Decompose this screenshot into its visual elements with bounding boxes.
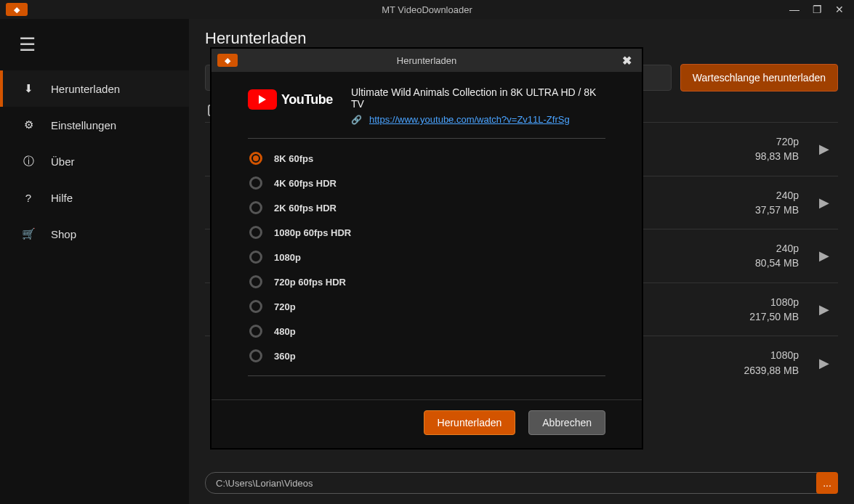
app-titlebar: ◆ MT VideoDownloader — ❐ ✕ xyxy=(0,0,854,19)
app-logo-icon: ◆ xyxy=(6,3,28,16)
radio-icon xyxy=(249,152,262,165)
modal-title: Herunterladen xyxy=(212,55,642,66)
download-modal: ◆ Herunterladen ✖ YouTube Ultimate Wild … xyxy=(211,48,642,449)
info-icon: ⓘ xyxy=(22,155,35,168)
sidebar-item-label: Shop xyxy=(51,228,76,240)
quality-label: 360p xyxy=(274,351,296,362)
maximize-button[interactable]: ❐ xyxy=(813,4,822,15)
page-title: Herunterladen xyxy=(205,29,838,48)
radio-icon xyxy=(249,275,262,288)
quality-options: 8K 60fps 4K 60fps HDR 2K 60fps HDR 1080p… xyxy=(248,152,605,362)
sidebar-item-help[interactable]: ? Hilfe xyxy=(0,180,189,216)
quality-label: 1080p xyxy=(274,252,301,263)
modal-logo-icon: ◆ xyxy=(217,54,238,67)
radio-icon xyxy=(249,226,262,239)
video-title: Ultimate Wild Animals Collection in 8K U… xyxy=(351,86,605,110)
browse-button[interactable]: ... xyxy=(816,472,838,494)
quality-label: 4K 60fps HDR xyxy=(274,178,337,189)
radio-icon xyxy=(249,325,262,338)
cancel-button[interactable]: Abbrechen xyxy=(528,410,605,435)
play-icon[interactable]: ▶ xyxy=(815,195,834,211)
radio-icon xyxy=(249,201,262,214)
gear-icon: ⚙ xyxy=(22,118,35,131)
radio-icon xyxy=(249,349,262,362)
source-name: YouTube xyxy=(281,92,333,107)
play-icon[interactable]: ▶ xyxy=(815,141,834,157)
play-icon[interactable]: ▶ xyxy=(815,301,834,317)
cart-icon: 🛒 xyxy=(22,227,35,240)
sidebar-item-label: Über xyxy=(51,155,75,168)
quality-label: 1080p 60fps HDR xyxy=(274,227,351,238)
item-size: 217,50 MB xyxy=(749,309,799,324)
youtube-logo: YouTube xyxy=(248,86,339,113)
save-path-value: C:\Users\Lorian\Videos xyxy=(216,478,313,489)
quality-option[interactable]: 720p 60fps HDR xyxy=(249,275,605,288)
save-path-input[interactable]: C:\Users\Lorian\Videos xyxy=(205,472,832,494)
quality-option[interactable]: 360p xyxy=(249,349,605,362)
app-title: MT VideoDownloader xyxy=(0,4,854,15)
quality-label: 480p xyxy=(274,326,296,337)
item-quality: 1080p xyxy=(749,295,799,309)
quality-option[interactable]: 2K 60fps HDR xyxy=(249,201,605,214)
play-icon[interactable]: ▶ xyxy=(815,248,834,264)
divider xyxy=(248,375,605,376)
sidebar-item-settings[interactable]: ⚙ Einstellungen xyxy=(0,107,189,143)
sidebar-item-shop[interactable]: 🛒 Shop xyxy=(0,216,189,252)
modal-titlebar: ◆ Herunterladen ✖ xyxy=(212,49,642,72)
radio-icon xyxy=(249,300,262,313)
item-size: 2639,88 MB xyxy=(744,363,799,378)
quality-label: 720p xyxy=(274,301,296,312)
quality-label: 8K 60fps xyxy=(274,153,313,164)
radio-icon xyxy=(249,251,262,264)
quality-option[interactable]: 720p xyxy=(249,300,605,313)
item-quality: 720p xyxy=(755,134,799,149)
quality-label: 2K 60fps HDR xyxy=(274,203,337,214)
youtube-play-icon xyxy=(248,89,277,110)
quality-label: 720p 60fps HDR xyxy=(274,277,346,288)
hamburger-icon[interactable]: ☰ xyxy=(0,26,189,70)
quality-option[interactable]: 1080p xyxy=(249,251,605,264)
item-size: 98,83 MB xyxy=(755,149,799,163)
sidebar-item-about[interactable]: ⓘ Über xyxy=(0,143,189,180)
item-size: 37,57 MB xyxy=(755,203,799,217)
item-size: 80,54 MB xyxy=(755,256,799,270)
item-quality: 1080p xyxy=(744,348,799,362)
modal-close-button[interactable]: ✖ xyxy=(612,54,642,68)
link-icon: 🔗 xyxy=(351,115,362,125)
minimize-button[interactable]: — xyxy=(789,4,799,15)
divider xyxy=(248,138,605,139)
sidebar-item-download[interactable]: ⬇ Herunterladen xyxy=(0,70,189,107)
quality-option[interactable]: 480p xyxy=(249,325,605,338)
radio-icon xyxy=(249,176,262,190)
close-button[interactable]: ✕ xyxy=(835,4,844,15)
item-quality: 240p xyxy=(755,241,799,256)
sidebar-item-label: Einstellungen xyxy=(51,119,116,131)
item-quality: 240p xyxy=(755,188,799,203)
download-queue-button[interactable]: Warteschlange herunterladen xyxy=(680,64,838,92)
sidebar: ☰ ⬇ Herunterladen ⚙ Einstellungen ⓘ Über… xyxy=(0,19,189,504)
quality-option[interactable]: 8K 60fps xyxy=(249,152,605,165)
play-icon[interactable]: ▶ xyxy=(815,355,834,371)
help-icon: ? xyxy=(22,192,35,204)
confirm-download-button[interactable]: Herunterladen xyxy=(424,410,516,435)
video-url-link[interactable]: https://www.youtube.com/watch?v=Zv11L-Zf… xyxy=(369,114,570,125)
download-icon: ⬇ xyxy=(22,82,35,95)
sidebar-item-label: Hilfe xyxy=(51,192,73,204)
quality-option[interactable]: 1080p 60fps HDR xyxy=(249,226,605,239)
quality-option[interactable]: 4K 60fps HDR xyxy=(249,176,605,190)
sidebar-item-label: Herunterladen xyxy=(51,83,120,95)
